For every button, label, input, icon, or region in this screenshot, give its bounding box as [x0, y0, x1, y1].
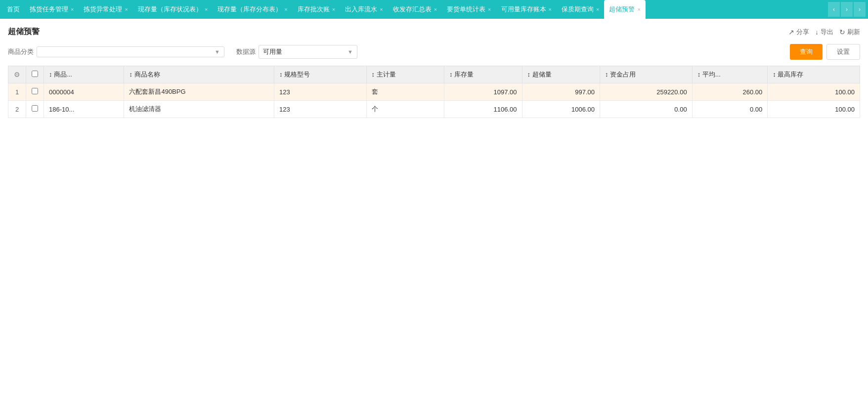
col-max-stock[interactable]: ↕ 最高库存	[768, 66, 860, 83]
row-stock: 1106.00	[444, 101, 522, 118]
nav-item-------[interactable]: 收发存汇总表×	[388, 0, 442, 19]
col-spec-label: 规格型号	[284, 71, 310, 78]
row-checkbox-cell[interactable]	[26, 101, 44, 118]
col-avg[interactable]: ↕ 平均...	[692, 66, 768, 83]
product-category-select[interactable]: ▼	[37, 46, 224, 57]
nav-item------[interactable]: 出入库流水×	[340, 0, 388, 19]
page-title: 超储预警	[8, 27, 40, 37]
row-spec: 123	[274, 101, 366, 118]
row-spec: 123	[274, 83, 366, 101]
table-row: 1 0000004 六配套新昌490BPG 123 套 1097.00 997.…	[8, 83, 860, 101]
row-checkbox-cell[interactable]	[26, 83, 44, 101]
col-capital[interactable]: ↕ 资金占用	[600, 66, 692, 83]
export-button[interactable]: ↓ 导出	[815, 28, 833, 37]
close-icon[interactable]: ×	[284, 6, 287, 12]
row-num-cell: 2	[8, 101, 26, 118]
row-checkbox[interactable]	[32, 88, 38, 94]
col-spec[interactable]: ↕ 规格型号	[274, 66, 366, 83]
refresh-button[interactable]: ↻ 刷新	[839, 28, 860, 37]
share-icon: ↗	[788, 28, 794, 36]
row-avg: 260.00	[692, 83, 768, 101]
col-product-name[interactable]: ↕ 商品名称	[124, 66, 274, 83]
row-num-cell: 1	[8, 83, 26, 101]
nav-item-------[interactable]: 拣货任务管理×	[25, 0, 79, 19]
data-source-arrow: ▼	[347, 49, 353, 55]
col-product-code-label: 商品...	[54, 71, 72, 78]
col-avg-label: 平均...	[702, 71, 721, 78]
nav-item---[interactable]: 首页	[2, 0, 25, 19]
close-icon[interactable]: ×	[488, 6, 491, 12]
refresh-icon: ↻	[839, 28, 845, 36]
table-settings-icon[interactable]: ⚙	[14, 71, 20, 79]
row-unit: 套	[366, 83, 444, 101]
col-capital-label: 资金占用	[610, 71, 636, 78]
close-icon[interactable]: ×	[125, 6, 128, 12]
row-unit: 个	[366, 101, 444, 118]
nav-item-------[interactable]: 要货单统计表×	[442, 0, 496, 19]
product-category-filter: 商品分类 ▼	[8, 46, 224, 57]
row-overflow: 1006.00	[522, 101, 600, 118]
page-container: 超储预警 ↗ 分享 ↓ 导出 ↻ 刷新 商品分类 ▼ 数据源	[0, 19, 868, 395]
table-row: 2 186-10... 机油滤清器 123 个 1106.00 1006.00 …	[8, 101, 860, 118]
row-product-name: 六配套新昌490BPG	[124, 83, 274, 101]
row-product-code: 186-10...	[44, 101, 124, 118]
col-overflow-label: 超储量	[532, 71, 552, 78]
header-actions: ↗ 分享 ↓ 导出 ↻ 刷新	[788, 28, 860, 37]
row-product-code: 0000004	[44, 83, 124, 101]
data-source-filter: 数据源 可用量 ▼	[236, 45, 357, 59]
row-overflow: 997.00	[522, 83, 600, 101]
settings-button[interactable]: 设置	[826, 44, 860, 60]
nav-next-btn[interactable]: ›	[841, 2, 853, 17]
col-stock-label: 库存量	[454, 71, 474, 78]
export-icon: ↓	[815, 28, 819, 36]
page-header: 超储预警 ↗ 分享 ↓ 导出 ↻ 刷新	[8, 27, 860, 37]
row-checkbox[interactable]	[32, 105, 38, 112]
nav-item------[interactable]: 库存批次账×	[293, 0, 340, 19]
nav-item-----------[interactable]: 现存量（库存状况表）×	[133, 0, 213, 19]
nav-item-----[interactable]: 超储预警×	[604, 0, 645, 19]
share-button[interactable]: ↗ 分享	[788, 28, 809, 37]
select-all-checkbox[interactable]	[32, 71, 38, 77]
nav-more-btn[interactable]: ›	[854, 2, 866, 17]
filter-actions: 查询 设置	[790, 44, 860, 60]
data-source-select[interactable]: 可用量 ▼	[259, 45, 357, 59]
close-icon[interactable]: ×	[71, 6, 74, 12]
nav-item-------[interactable]: 拣货异常处理×	[79, 0, 132, 19]
row-max-stock: 100.00	[768, 101, 860, 118]
nav-item-----------[interactable]: 现存量（库存分布表）×	[213, 0, 292, 19]
close-icon[interactable]: ×	[205, 6, 208, 12]
col-overflow[interactable]: ↕ 超储量	[522, 66, 600, 83]
close-icon[interactable]: ×	[434, 6, 437, 12]
col-unit[interactable]: ↕ 主计量	[366, 66, 444, 83]
col-product-name-label: 商品名称	[134, 71, 160, 78]
row-capital: 259220.00	[600, 83, 692, 101]
query-button[interactable]: 查询	[790, 44, 823, 60]
nav-item--------[interactable]: 可用量库存账本×	[496, 0, 557, 19]
data-source-label: 数据源	[236, 47, 256, 56]
data-table: ⚙ ↕ 商品... ↕ 商品名称 ↕ 规格型号 ↕	[8, 66, 860, 118]
close-icon[interactable]: ×	[637, 6, 640, 12]
row-max-stock: 100.00	[768, 83, 860, 101]
col-max-stock-label: 最高库存	[778, 71, 803, 78]
product-category-label: 商品分类	[8, 47, 34, 56]
product-category-arrow: ▼	[215, 49, 220, 55]
data-source-value: 可用量	[263, 47, 282, 56]
col-product-code[interactable]: ↕ 商品...	[44, 66, 124, 83]
row-product-name: 机油滤清器	[124, 101, 274, 118]
table-header-row: ⚙ ↕ 商品... ↕ 商品名称 ↕ 规格型号 ↕	[8, 66, 860, 83]
col-settings: ⚙	[8, 66, 26, 83]
row-avg: 0.00	[692, 101, 768, 118]
col-checkbox-header	[26, 66, 44, 83]
nav-prev-btn[interactable]: ‹	[828, 2, 840, 17]
col-stock[interactable]: ↕ 库存量	[444, 66, 522, 83]
close-icon[interactable]: ×	[332, 6, 335, 12]
close-icon[interactable]: ×	[380, 6, 383, 12]
close-icon[interactable]: ×	[549, 6, 552, 12]
nav-arrows: ‹ › ›	[827, 2, 866, 17]
close-icon[interactable]: ×	[596, 6, 599, 12]
col-unit-label: 主计量	[377, 71, 396, 78]
top-nav: 首页拣货任务管理×拣货异常处理×现存量（库存状况表）×现存量（库存分布表）×库存…	[0, 0, 868, 19]
row-capital: 0.00	[600, 101, 692, 118]
nav-item------[interactable]: 保质期查询×	[557, 0, 604, 19]
row-stock: 1097.00	[444, 83, 522, 101]
